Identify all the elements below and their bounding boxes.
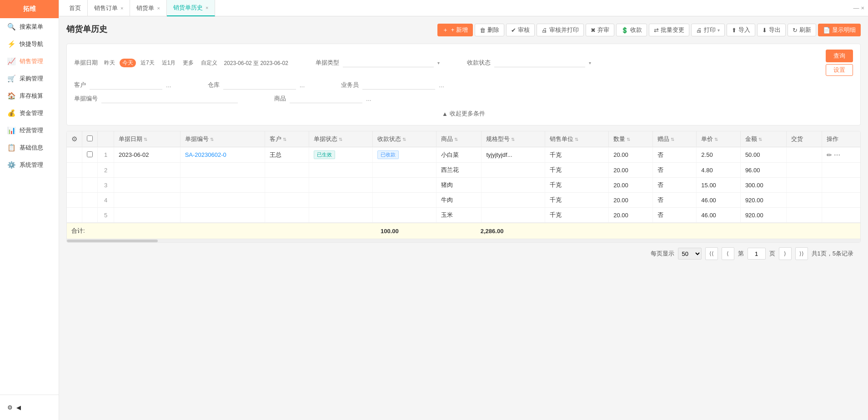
table-goods-col[interactable]: 商品 ⇅: [436, 131, 482, 147]
table-customer-col[interactable]: 客户 ⇅: [265, 131, 309, 147]
settings-filter-button[interactable]: 设置: [826, 64, 853, 76]
row1-edit-icon[interactable]: ✏: [827, 151, 832, 159]
type-dropdown-arrow[interactable]: ▾: [437, 60, 440, 65]
table-amount-col[interactable]: 金额 ⇅: [740, 131, 786, 147]
type-filter-input[interactable]: [343, 58, 434, 67]
audit-print-button[interactable]: 🖨 审核并打印: [537, 24, 584, 36]
date-tag-more[interactable]: 更多: [180, 59, 196, 67]
row1-orderno[interactable]: SA-20230602-0: [180, 147, 265, 163]
status-sort-icon[interactable]: ⇅: [339, 137, 342, 142]
collapse-btn[interactable]: ▲ 收起更多条件: [442, 108, 485, 120]
next-page-btn[interactable]: ⟩: [779, 247, 792, 260]
table-settings-col[interactable]: ⚙: [67, 131, 82, 147]
date-tag-custom[interactable]: 自定义: [198, 59, 220, 67]
sidebar-item-search-menu[interactable]: 🔍 搜索菜单: [0, 18, 59, 35]
tab-sales-delivery-label: 销货单: [136, 4, 154, 12]
audit-button[interactable]: ✔ 审核: [506, 24, 535, 36]
table-orderno-col[interactable]: 单据编号 ⇅: [180, 131, 265, 147]
search-button[interactable]: 查询: [826, 50, 853, 62]
customer-sort-icon[interactable]: ⇅: [283, 137, 286, 142]
unit-sort-icon[interactable]: ⇅: [575, 137, 578, 142]
row5-check: [82, 208, 98, 223]
show-detail-button[interactable]: 📄 显示明细: [818, 24, 861, 36]
orderno-sort-icon[interactable]: ⇅: [210, 137, 214, 142]
page-number-input[interactable]: [748, 248, 766, 260]
gift-sort-icon[interactable]: ⇅: [671, 137, 674, 142]
payment-sort-icon[interactable]: ⇅: [402, 137, 406, 142]
prev-page-btn[interactable]: ⟨: [722, 247, 734, 260]
sidebar-item-operation[interactable]: 📊 经营管理: [0, 122, 59, 139]
qty-sort-icon[interactable]: ⇅: [627, 137, 630, 142]
amount-sort-icon[interactable]: ⇅: [758, 137, 762, 142]
sidebar-item-inventory[interactable]: 🏠 库存核算: [0, 87, 59, 105]
sidebar-item-label: 系统管理: [20, 161, 43, 169]
date-tag-yesterday[interactable]: 昨天: [101, 59, 118, 67]
payment-dropdown-arrow[interactable]: ▾: [589, 60, 591, 65]
row1-checkbox[interactable]: [87, 151, 93, 157]
table-unit-col[interactable]: 销售单位 ⇅: [545, 131, 609, 147]
tab-sales-order[interactable]: 销售订单 ×: [88, 0, 130, 16]
date-tag-7days[interactable]: 近7天: [138, 59, 157, 67]
row1-gear: [67, 147, 82, 163]
batch-change-button[interactable]: ⇄ 批量变更: [649, 24, 689, 36]
date-tag-1month[interactable]: 近1月: [159, 59, 179, 67]
date-tag-today[interactable]: 今天: [120, 59, 136, 67]
sidebar-item-label: 销售管理: [20, 57, 43, 65]
summary-row: 合计: 100.00 2,286.00: [67, 223, 860, 239]
customer-picker-btn[interactable]: ...: [166, 81, 171, 89]
order-no-filter-input[interactable]: [101, 94, 238, 103]
payment-filter-input[interactable]: [494, 58, 585, 67]
horizontal-scrollbar[interactable]: [67, 239, 860, 242]
per-page-select[interactable]: 50 20 100: [678, 248, 702, 260]
last-page-btn[interactable]: ⟩⟩: [795, 247, 808, 260]
table-price-col[interactable]: 单价 ⇅: [697, 131, 741, 147]
table-payment-col[interactable]: 收款状态 ⇅: [372, 131, 436, 147]
import-button[interactable]: ⬆ 导入: [727, 24, 755, 36]
scrollbar-thumb[interactable]: [67, 240, 158, 242]
first-page-btn[interactable]: ⟨⟨: [705, 247, 718, 260]
refresh-button[interactable]: ↻ 刷新: [788, 24, 816, 36]
window-close-btn[interactable]: ×: [861, 5, 864, 11]
collect-button[interactable]: 💲 收款: [616, 24, 647, 36]
table-qty-col[interactable]: 数量 ⇅: [609, 131, 653, 147]
row1-customer: 王总: [265, 147, 309, 163]
table-date-col[interactable]: 单据日期 ⇅: [114, 131, 181, 147]
sidebar-bottom-settings[interactable]: ⚙ ◀: [0, 400, 59, 415]
tab-sales-delivery-history[interactable]: 销货单历史 ×: [167, 0, 215, 16]
export-button[interactable]: ⬇ 导出: [757, 24, 786, 36]
tab-sales-delivery-history-close[interactable]: ×: [206, 5, 208, 10]
sidebar-item-quick-nav[interactable]: ⚡ 快捷导航: [0, 35, 59, 53]
print-button[interactable]: 🖨 打印 ▾: [691, 24, 725, 36]
sidebar-item-basic-info[interactable]: 📋 基础信息: [0, 139, 59, 156]
sales-rep-picker-btn[interactable]: ...: [439, 81, 444, 89]
customer-filter-input[interactable]: [90, 80, 162, 90]
select-all-checkbox[interactable]: [87, 135, 93, 141]
row1-more-icon[interactable]: ⋯: [834, 151, 840, 159]
window-minimize-btn[interactable]: —: [853, 5, 859, 11]
sidebar-item-sales-mgmt[interactable]: 📈 销售管理: [0, 53, 59, 70]
sales-rep-filter-input[interactable]: [362, 80, 435, 90]
warehouse-filter-input[interactable]: [223, 80, 296, 90]
delete-button[interactable]: 🗑 删除: [475, 24, 504, 36]
tab-home[interactable]: 首页: [63, 0, 88, 16]
sidebar-item-finance[interactable]: 💰 资金管理: [0, 105, 59, 122]
warehouse-picker-btn[interactable]: ...: [300, 81, 305, 89]
sidebar-item-system[interactable]: ⚙️ 系统管理: [0, 156, 59, 174]
goods-filter-input[interactable]: [290, 94, 362, 103]
sidebar-item-purchase-mgmt[interactable]: 🛒 采购管理: [0, 70, 59, 87]
goods-sort-icon[interactable]: ⇅: [454, 137, 458, 142]
row1-orderno-link[interactable]: SA-20230602-0: [185, 151, 226, 158]
tab-sales-delivery-close[interactable]: ×: [157, 5, 160, 11]
goods-picker-btn[interactable]: ...: [366, 95, 371, 102]
row3-customer: [265, 178, 309, 193]
table-spec-col[interactable]: 规格型号 ⇅: [482, 131, 545, 147]
table-status-col[interactable]: 单据状态 ⇅: [309, 131, 372, 147]
tab-sales-delivery[interactable]: 销货单 ×: [130, 0, 166, 16]
table-gift-col[interactable]: 赠品 ⇅: [652, 131, 697, 147]
tab-sales-order-close[interactable]: ×: [120, 5, 123, 11]
price-sort-icon[interactable]: ⇅: [714, 137, 718, 142]
spec-sort-icon[interactable]: ⇅: [511, 137, 515, 142]
new-button[interactable]: ＋ + 新增: [437, 24, 473, 36]
abandon-button[interactable]: ✖ 弃审: [586, 24, 614, 36]
date-sort-icon[interactable]: ⇅: [144, 137, 147, 142]
